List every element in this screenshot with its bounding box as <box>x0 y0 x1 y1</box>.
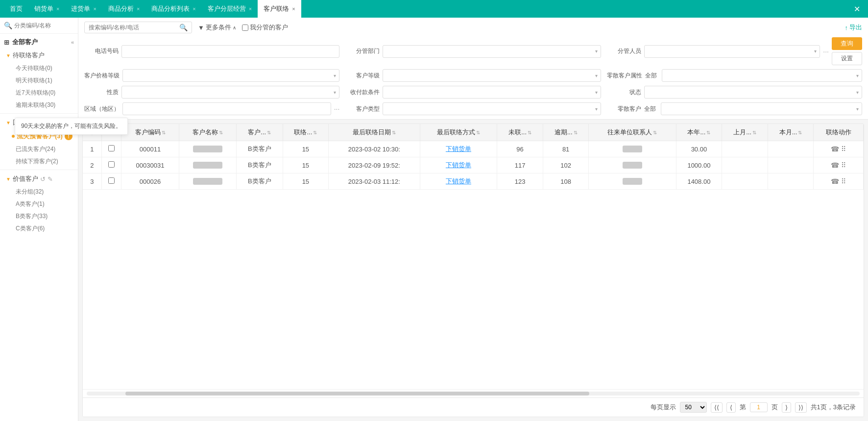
close-icon[interactable]: × <box>249 6 252 12</box>
row-select-checkbox[interactable] <box>108 161 115 168</box>
row-actions[interactable]: ☎ ⠿ <box>814 141 864 157</box>
pagination-bar: 每页显示 50 100 ⟨⟨ ⟨ 第 1 页 ⟩ ⟩⟩ 共1页，3条记录 <box>83 397 864 417</box>
region-select[interactable] <box>122 102 331 115</box>
table-row: 2 00030031 B类客户 15 2023-02-09 19:52: 下销货… <box>83 157 864 173</box>
prev-page-button[interactable]: ⟨ <box>726 402 736 413</box>
last-page-button[interactable]: ⟩⟩ <box>795 402 807 413</box>
row-index: 3 <box>83 173 101 190</box>
my-customers-checkbox[interactable]: 我分管的客户 <box>242 23 288 32</box>
nav-close-button[interactable]: ✕ <box>850 4 864 14</box>
action-icon-2[interactable]: ⠿ <box>841 145 846 153</box>
col-contact: 联络...⇅ <box>283 124 329 141</box>
sidebar-item-7day-contact[interactable]: 近7天待联络(0) <box>0 87 78 99</box>
division-person-select[interactable]: ▾ <box>644 45 820 58</box>
row-last-contact-method[interactable]: 下销货单 <box>420 157 497 173</box>
export-button[interactable]: ↑ 导出 <box>845 23 863 32</box>
row-last-month <box>722 157 768 173</box>
sidebar-search-input[interactable] <box>14 22 74 29</box>
sidebar-item-class-b[interactable]: B类客户(33) <box>0 210 78 223</box>
sort-icon: ⇅ <box>267 130 271 135</box>
row-checkbox[interactable] <box>101 157 121 173</box>
zero-retail-attr-select[interactable]: ▾ <box>662 69 862 82</box>
row-select-checkbox[interactable] <box>108 145 115 151</box>
page-size-select[interactable]: 50 100 <box>680 402 707 413</box>
top-nav: 首页 销货单 × 进货单 × 商品分析 × 商品分析列表 × 客户分层经营 × … <box>0 0 868 18</box>
scrollbar-track[interactable] <box>87 392 860 396</box>
action-icon-2[interactable]: ⠿ <box>841 161 846 169</box>
action-icon-2[interactable]: ⠿ <box>841 177 846 185</box>
nav-tab-customer-segmentation[interactable]: 客户分层经营 × <box>202 0 258 18</box>
phone-input[interactable] <box>121 45 339 58</box>
close-icon[interactable]: × <box>292 6 295 12</box>
row-actions[interactable]: ☎ ⠿ <box>814 173 864 190</box>
nav-tab-purchase[interactable]: 进货单 × <box>65 0 102 18</box>
sidebar-item-today-contact[interactable]: 今天待联络(0) <box>0 62 78 74</box>
filter-gender: 性质 ▾ <box>84 86 339 99</box>
row-checkbox[interactable] <box>101 141 121 157</box>
close-icon[interactable]: × <box>193 6 195 12</box>
col-this-year: 本年...⇅ <box>676 124 722 141</box>
nav-tab-sales[interactable]: 销货单 × <box>28 0 65 18</box>
row-select-checkbox[interactable] <box>108 177 115 184</box>
row-contact: 15 <box>283 173 329 190</box>
page-number-input[interactable]: 1 <box>750 402 768 412</box>
chevron-down-icon: ▾ <box>856 90 859 95</box>
action-icon-1[interactable]: ☎ <box>831 161 839 169</box>
next-page-button[interactable]: ⟩ <box>782 402 791 413</box>
row-checkbox[interactable] <box>101 173 121 190</box>
action-icon-1[interactable]: ☎ <box>831 177 839 185</box>
nav-tab-product-analysis-list[interactable]: 商品分析列表 × <box>145 0 201 18</box>
payment-term-select[interactable]: ▾ <box>383 86 601 99</box>
filter-customer-price: 客户价格等级 ▾ <box>84 69 339 82</box>
my-customers-check[interactable] <box>242 25 248 31</box>
dots-icon[interactable]: ··· <box>823 48 829 55</box>
query-button[interactable]: 查询 <box>832 37 862 50</box>
sidebar-item-churned[interactable]: 已流失客户(24) <box>0 143 78 155</box>
refresh-icon[interactable]: ↺ <box>40 175 46 183</box>
scrollbar-thumb[interactable] <box>125 392 589 396</box>
sidebar-item-ungrouped[interactable]: 未分组(32) <box>0 186 78 198</box>
more-conditions-button[interactable]: ▼ 更多条件 ∧ <box>198 23 236 32</box>
nav-tab-product-analysis[interactable]: 商品分析 × <box>102 0 145 18</box>
row-last-month <box>722 141 768 157</box>
edit-icon[interactable]: ✎ <box>48 175 53 183</box>
sidebar-item-class-c[interactable]: C类客户(6) <box>0 223 78 235</box>
nav-tab-customer-contact[interactable]: 客户联络 × <box>258 0 301 18</box>
sidebar-item-declining[interactable]: 持续下滑客户(2) <box>0 155 78 168</box>
filter-search-button[interactable]: 🔍 <box>179 24 188 31</box>
table-scroll[interactable]: ⚙ 客户编码⇅ 客户名称⇅ 客户...⇅ 联络...⇅ 最后联络日期⇅ 最后联络… <box>83 124 864 389</box>
customer-type-select[interactable]: ▾ <box>383 102 601 115</box>
row-actions[interactable]: ☎ ⠿ <box>814 157 864 173</box>
close-icon[interactable]: × <box>56 6 59 12</box>
customer-level-select[interactable]: ▾ <box>383 69 601 82</box>
row-code: 000011 <box>121 141 179 157</box>
nav-home[interactable]: 首页 <box>4 0 28 18</box>
row-index: 1 <box>83 141 101 157</box>
horizontal-scrollbar[interactable] <box>83 389 864 397</box>
all-customers-header[interactable]: ⊞ 全部客户 « <box>0 34 78 49</box>
gender-select[interactable]: ▾ <box>121 86 339 99</box>
row-customer-type: B类客户 <box>236 141 283 157</box>
sidebar-group-value[interactable]: ▼ 价值客户 ↺ ✎ <box>0 172 78 186</box>
status-select[interactable]: ▾ <box>644 86 862 99</box>
close-icon[interactable]: × <box>137 6 140 12</box>
sidebar-item-class-a[interactable]: A类客户(1) <box>0 198 78 210</box>
filter-icon: ▼ <box>198 24 204 31</box>
col-overdue: 逾期...⇅ <box>543 124 589 141</box>
settings-button[interactable]: 设置 <box>832 52 862 65</box>
col-customer-type: 客户...⇅ <box>236 124 283 141</box>
sidebar-item-overdue-contact[interactable]: 逾期未联络(30) <box>0 99 78 111</box>
sidebar-item-tomorrow-contact[interactable]: 明天待联络(1) <box>0 74 78 87</box>
customer-price-select[interactable]: ▾ <box>122 69 339 82</box>
sidebar-group-pending[interactable]: ▼ 待联络客户 <box>0 49 78 62</box>
action-icon-1[interactable]: ☎ <box>831 145 839 153</box>
close-icon[interactable]: × <box>93 6 96 12</box>
filter-search-input[interactable] <box>89 24 179 31</box>
division-dept-select[interactable]: ▾ <box>383 45 601 58</box>
row-last-contact-method[interactable]: 下销货单 <box>420 141 497 157</box>
first-page-button[interactable]: ⟨⟨ <box>711 402 723 413</box>
sort-icon: ⇅ <box>653 130 657 135</box>
region-dots-icon[interactable]: ··· <box>334 105 340 113</box>
zero-retail-select[interactable]: ▾ <box>661 102 862 115</box>
row-last-contact-method[interactable]: 下销货单 <box>420 173 497 190</box>
